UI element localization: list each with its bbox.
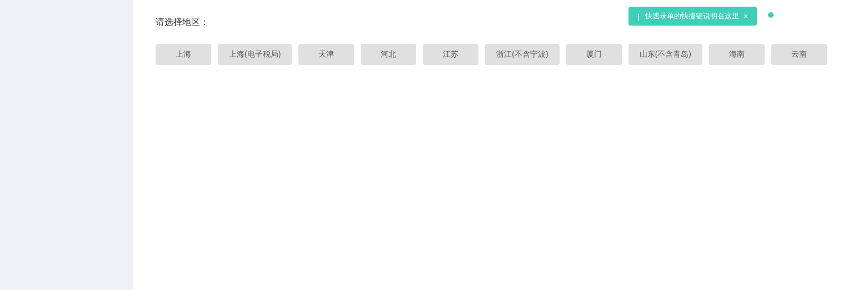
region-btn-shandong[interactable]: 山东(不含青岛) [628, 44, 702, 65]
sidebar [0, 0, 133, 290]
tooltip-dot [768, 12, 774, 18]
region-btn-hebei[interactable]: 河北 [361, 44, 416, 65]
region-btn-xiamen[interactable]: 厦门 [566, 44, 622, 65]
region-btn-shanghai-etax[interactable]: 上海(电子税局) [218, 44, 292, 65]
region-grid: 上海上海(电子税局)天津河北江苏浙江(不含宁波)厦门山东(不含青岛)海南云南 [156, 44, 846, 65]
region-btn-yunnan[interactable]: 云南 [771, 44, 827, 65]
region-btn-shanghai[interactable]: 上海 [156, 44, 211, 65]
tooltip-text: 快速录单的快捷键说明在这里 [645, 11, 739, 21]
tooltip-badge: 快速录单的快捷键说明在这里 × [628, 7, 757, 26]
region-btn-jiangsu[interactable]: 江苏 [423, 44, 478, 65]
main-content: 请选择地区： 上海上海(电子税局)天津河北江苏浙江(不含宁波)厦门山东(不含青岛… [133, 0, 868, 290]
region-btn-zhejiang[interactable]: 浙江(不含宁波) [485, 44, 559, 65]
region-btn-hainan[interactable]: 海南 [709, 44, 765, 65]
tooltip-close-button[interactable]: × [744, 12, 748, 21]
region-btn-tianjin[interactable]: 天津 [298, 44, 354, 65]
